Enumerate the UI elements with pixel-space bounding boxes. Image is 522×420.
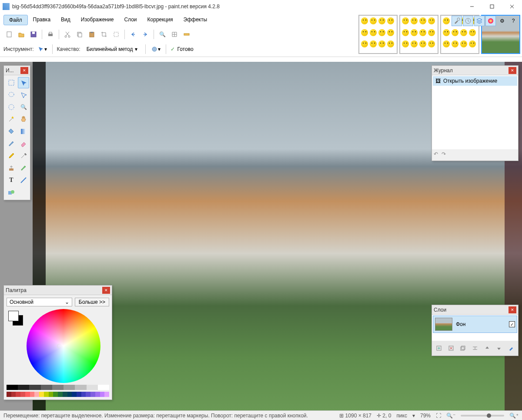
tool-shapes[interactable] (6, 187, 17, 198)
layer-thumbnail (435, 318, 452, 331)
tool-pan[interactable] (18, 114, 29, 125)
new-button[interactable] (3, 29, 15, 40)
quality-combo[interactable]: Билинейный метод▾ (83, 45, 141, 53)
tool-lasso[interactable] (6, 89, 17, 101)
toggle-layers-icon[interactable] (474, 16, 485, 26)
tool-zoom[interactable]: 🔍 (18, 101, 29, 113)
quality-label: Качество: (57, 46, 80, 52)
layer-down-button[interactable] (494, 343, 505, 354)
print-button[interactable] (45, 29, 56, 40)
settings-icon[interactable]: ⚙ (497, 16, 507, 26)
maximize-button[interactable] (482, 0, 502, 13)
doc-thumb-1[interactable] (358, 15, 398, 54)
gray-swatches[interactable] (7, 385, 109, 390)
tool-move-selection[interactable] (18, 89, 29, 101)
undo-button[interactable] (127, 29, 139, 40)
help-icon[interactable]: ? (508, 16, 519, 26)
tool-text[interactable]: T (6, 175, 17, 186)
grid-button[interactable] (169, 29, 180, 40)
tool-fill[interactable] (6, 126, 17, 137)
tool-brush[interactable] (6, 138, 17, 149)
menu-effects[interactable]: Эффекты (178, 15, 213, 25)
layers-close-button[interactable]: ✕ (509, 306, 516, 313)
toggle-colors-icon[interactable] (485, 16, 496, 26)
zoom-in-icon[interactable]: 🔍⁺ (509, 413, 519, 419)
tool-line[interactable] (18, 175, 29, 186)
palette-panel: Палитра✕ Основной⌄ Больше >> (3, 285, 112, 400)
zoom-out-icon[interactable]: 🔍⁻ (446, 413, 455, 419)
tool-clone[interactable] (6, 162, 17, 174)
undo-icon[interactable]: ↶ (434, 151, 438, 157)
tool-ellipse-select[interactable] (6, 101, 17, 113)
layer-duplicate-button[interactable] (458, 343, 468, 354)
tools-panel: И...✕ 🔍 T (3, 65, 30, 200)
svg-point-18 (457, 18, 460, 20)
svg-point-27 (11, 190, 14, 194)
tool-gradient[interactable] (18, 126, 29, 137)
minimize-button[interactable] (462, 0, 482, 13)
layer-merge-button[interactable] (470, 343, 480, 354)
ruler-button[interactable] (181, 29, 192, 40)
toggle-history-icon[interactable] (463, 16, 473, 26)
tool-pencil[interactable] (6, 150, 17, 161)
history-item[interactable]: 🖼Открыть изображение (433, 76, 517, 86)
main-toolbar: 🔍 (0, 27, 357, 42)
svg-point-17 (152, 47, 157, 51)
tool-magic-wand[interactable] (6, 114, 17, 125)
layer-delete-button[interactable] (446, 343, 456, 354)
toggle-tools-icon[interactable] (452, 16, 462, 26)
tool-rect-select[interactable] (6, 77, 17, 88)
tool-move[interactable] (18, 77, 29, 88)
svg-point-22 (9, 92, 14, 97)
layer-visibility-checkbox[interactable]: ✓ (509, 321, 515, 327)
tool-picker[interactable] (18, 150, 29, 161)
menu-adjust[interactable]: Коррекция (142, 15, 178, 25)
menu-edit[interactable]: Правка (28, 15, 56, 25)
copy-button[interactable] (74, 29, 85, 40)
svg-rect-6 (32, 32, 35, 34)
redo-icon[interactable]: ↷ (442, 151, 446, 157)
selection-mode-button[interactable]: ▾ (150, 44, 161, 55)
layer-props-button[interactable] (506, 343, 516, 354)
tools-close-button[interactable]: ✕ (20, 67, 28, 74)
svg-rect-30 (461, 347, 464, 350)
layer-up-button[interactable] (482, 343, 492, 354)
zoom-level: 79% (420, 413, 431, 419)
window-title: big-56d54dd3ff93672d660b49fa-56daa2a571b… (12, 3, 220, 10)
layer-add-button[interactable] (434, 343, 444, 354)
color-swatches[interactable] (7, 392, 109, 397)
menu-layers[interactable]: Слои (119, 15, 142, 25)
open-button[interactable] (16, 29, 27, 40)
menu-file[interactable]: Файл (3, 15, 28, 25)
deselect-button[interactable] (110, 29, 122, 40)
crop-button[interactable] (98, 29, 110, 40)
zoom-slider[interactable] (461, 415, 504, 417)
svg-rect-21 (9, 80, 14, 85)
current-tool-button[interactable]: ▾ (37, 44, 48, 55)
tool-recolor[interactable] (18, 162, 29, 174)
color-mode-select[interactable]: Основной⌄ (7, 298, 72, 306)
color-wheel[interactable] (27, 309, 100, 383)
menu-view[interactable]: Вид (56, 15, 76, 25)
save-button[interactable] (28, 29, 39, 40)
paste-button[interactable] (86, 29, 97, 40)
svg-rect-12 (78, 33, 82, 37)
palette-close-button[interactable]: ✕ (102, 287, 110, 294)
foreground-color[interactable] (8, 311, 19, 321)
svg-rect-1 (490, 5, 494, 8)
cut-button[interactable] (62, 29, 73, 40)
close-button[interactable] (502, 0, 522, 13)
tool-eraser[interactable] (18, 138, 29, 149)
unit-select[interactable]: пикс (396, 413, 407, 419)
svg-point-20 (488, 18, 493, 24)
layer-item[interactable]: Фон ✓ (433, 316, 517, 333)
redo-button[interactable] (140, 29, 151, 40)
palette-more-button[interactable]: Больше >> (75, 298, 109, 306)
zoom-button[interactable]: 🔍 (157, 29, 168, 40)
history-close-button[interactable]: ✕ (509, 67, 516, 74)
menubar: Файл Правка Вид Изображение Слои Коррекц… (0, 13, 357, 27)
panel-toggle-buttons: ⚙ ? (452, 16, 519, 26)
doc-thumb-2[interactable] (399, 15, 438, 54)
fit-window-icon[interactable]: ⛶ (436, 413, 441, 419)
menu-image[interactable]: Изображение (76, 15, 119, 25)
